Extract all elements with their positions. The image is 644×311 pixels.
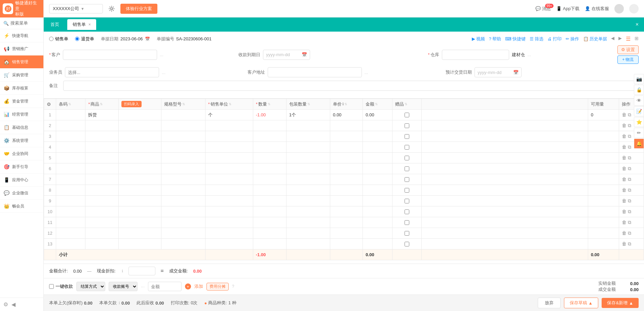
copy-btn[interactable]: ⧉ — [628, 230, 631, 236]
logistics-button[interactable]: + 物流 — [617, 55, 639, 64]
cell-unit-price[interactable] — [330, 163, 363, 174]
cell-qty[interactable] — [253, 163, 286, 174]
cell-barcode[interactable] — [56, 206, 85, 217]
cell-memo[interactable] — [422, 239, 588, 249]
cell-qty[interactable] — [253, 239, 286, 249]
radio-sales[interactable]: 销售单 — [49, 36, 68, 42]
sidebar-collapse-icon[interactable]: ◀ — [11, 301, 15, 308]
radio-return[interactable]: 退货单 — [75, 36, 94, 42]
cell-barcode[interactable] — [56, 142, 85, 153]
tab-close-button[interactable]: × — [88, 22, 91, 27]
cell-spec[interactable] — [161, 142, 205, 153]
cell-amount[interactable] — [363, 120, 392, 131]
cell-memo[interactable] — [422, 110, 588, 120]
customer-dots[interactable]: ... — [160, 52, 163, 57]
float-note-button[interactable]: 📝 — [634, 106, 644, 116]
cell-unit[interactable] — [205, 228, 253, 239]
customer-addr-input[interactable] — [268, 67, 362, 77]
sidebar-item-corpwechat[interactable]: 💬 企业微信 — [0, 187, 43, 200]
th-gear[interactable]: ⚙ — [44, 99, 56, 110]
cell-unit-price[interactable] — [330, 196, 363, 206]
cell-spec[interactable] — [161, 120, 205, 131]
cell-gift[interactable] — [392, 131, 421, 142]
cell-amount[interactable] — [363, 196, 392, 206]
cell-barcode[interactable] — [56, 185, 85, 196]
print-link[interactable]: 🖨 打印 — [547, 36, 562, 42]
delete-btn[interactable]: 🗑 — [622, 220, 627, 225]
operation-link[interactable]: ✏ 操作 — [566, 36, 579, 42]
sidebar-settings-icon[interactable]: ⚙ — [3, 301, 8, 308]
message-button[interactable]: 💬 消息 99+ — [535, 6, 551, 12]
cell-gift[interactable] — [392, 174, 421, 185]
copy-btn[interactable]: ⧉ — [628, 112, 631, 118]
copy-btn[interactable]: ⧉ — [628, 133, 631, 139]
sidebar-item-appcenter[interactable]: 📱 应用中心 — [0, 173, 43, 187]
cell-unit-price[interactable] — [330, 120, 363, 131]
sidebar-item-purchase[interactable]: 🛒 采购管理 — [0, 69, 43, 82]
cell-qty[interactable] — [253, 142, 286, 153]
cell-amount[interactable] — [363, 228, 392, 239]
cell-amount[interactable] — [363, 174, 392, 185]
settings-button[interactable]: ⚙ 设置 — [617, 45, 639, 54]
cell-barcode[interactable] — [56, 163, 85, 174]
cell-memo[interactable] — [422, 185, 588, 196]
due-date-input[interactable]: yyyy-mm-dd 📅 — [263, 50, 310, 60]
copy-btn[interactable]: ⧉ — [628, 187, 631, 193]
cell-product[interactable] — [85, 228, 119, 239]
cell-unit-price[interactable] — [330, 174, 363, 185]
cell-spec[interactable] — [161, 174, 205, 185]
cell-barcode[interactable] — [56, 196, 85, 206]
cell-gift[interactable] — [392, 153, 421, 163]
cell-pkg-qty[interactable] — [286, 120, 330, 131]
cell-spec[interactable] — [161, 163, 205, 174]
delete-btn[interactable]: 🗑 — [622, 112, 627, 117]
float-edit-button[interactable]: ✏ — [634, 128, 644, 138]
cell-memo[interactable] — [422, 217, 588, 228]
copy-btn[interactable]: ⧉ — [628, 155, 631, 161]
cell-gift[interactable] — [392, 228, 421, 239]
cell-spec[interactable] — [161, 110, 205, 120]
cell-barcode[interactable] — [56, 228, 85, 239]
header-settings-button[interactable] — [106, 3, 117, 14]
cell-barcode[interactable] — [56, 174, 85, 185]
cell-memo[interactable] — [422, 228, 588, 239]
cell-spec[interactable] — [161, 153, 205, 163]
calendar-icon[interactable]: 📅 — [145, 37, 150, 41]
avatar[interactable] — [614, 4, 624, 13]
cell-pkg-qty[interactable] — [286, 217, 330, 228]
discount-info-icon[interactable]: ℹ — [122, 269, 123, 273]
online-service-button[interactable]: 👤 在线客服 — [585, 6, 609, 12]
nav-next-icon[interactable]: ▶ — [618, 36, 622, 42]
cell-gift[interactable] — [392, 120, 421, 131]
abandon-button[interactable]: 放弃 — [538, 298, 561, 308]
cell-pkg-qty[interactable] — [286, 131, 330, 142]
cell-memo[interactable] — [422, 174, 588, 185]
cell-unit[interactable] — [205, 239, 253, 249]
history-link[interactable]: 📋 历史单据 — [583, 36, 607, 42]
copy-btn[interactable]: ⧉ — [628, 220, 631, 225]
cell-unit-price[interactable]: 0.00 — [330, 110, 363, 120]
delete-btn[interactable]: 🗑 — [622, 177, 627, 182]
cell-unit-price[interactable] — [330, 153, 363, 163]
salesperson-input[interactable] — [65, 67, 159, 77]
delete-btn[interactable]: 🗑 — [622, 230, 627, 236]
note-input[interactable] — [63, 81, 639, 91]
tab-sales-order[interactable]: 销售单 × — [67, 19, 96, 30]
warehouse-dots[interactable]: ... — [528, 52, 531, 57]
cell-product[interactable]: 拆货 — [85, 110, 119, 120]
cell-barcode[interactable] — [56, 239, 85, 249]
cell-memo[interactable] — [422, 206, 588, 217]
onepay-checkbox[interactable]: 一键收款 — [49, 283, 73, 289]
cell-product[interactable] — [85, 142, 119, 153]
cell-qty[interactable] — [253, 206, 286, 217]
expected-date-calendar-icon[interactable]: 📅 — [513, 70, 519, 75]
cell-amount[interactable] — [363, 153, 392, 163]
company-selector[interactable]: XXXXXX公司 ▼ — [49, 4, 103, 13]
cell-product[interactable] — [85, 163, 119, 174]
cell-pkg-qty[interactable] — [286, 196, 330, 206]
cell-memo[interactable] — [422, 142, 588, 153]
arrear-info-icon[interactable]: ℹ — [119, 301, 120, 305]
cell-qty[interactable] — [253, 120, 286, 131]
expected-date-input[interactable]: yyyy-mm-dd 📅 — [475, 67, 522, 77]
cell-unit[interactable] — [205, 206, 253, 217]
